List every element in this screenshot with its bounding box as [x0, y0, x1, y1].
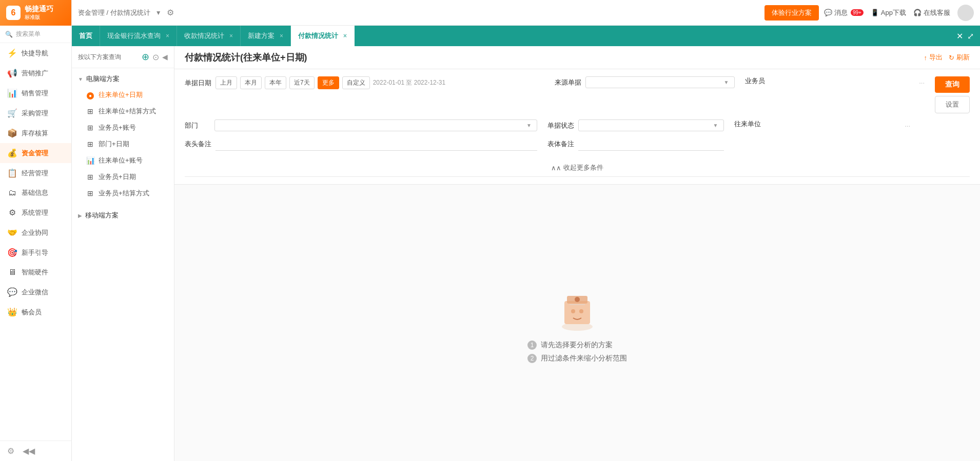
scheme-item-partner-account[interactable]: 📊 往来单位+账号	[72, 152, 174, 169]
close-new-scheme-tab[interactable]: ×	[280, 32, 283, 39]
topbar-settings-icon[interactable]: ⚙	[167, 8, 174, 17]
app-version: 标准版	[25, 14, 53, 21]
sidebar-item-marketing[interactable]: 📢 营销推广	[0, 63, 71, 83]
tabbar-controls: ✕ ⤢	[956, 31, 980, 41]
grid-icon: ⊞	[86, 107, 94, 115]
app-download-label: App下载	[881, 8, 906, 17]
filter-row-2: 部门 ▼ 单据状态 ▼ 往来单位	[185, 119, 970, 131]
collapse-more-button[interactable]: ∧∧ 收起更多条件	[551, 163, 603, 172]
date-btn-more[interactable]: 更多	[318, 76, 339, 89]
tip-text-1: 请先选择要分析的方案	[541, 340, 613, 350]
mobile-scheme-group: ▶ 移动端方案	[72, 205, 174, 226]
settings-footer-icon[interactable]: ⚙	[7, 446, 14, 456]
body-note-filter: 表体备注	[547, 137, 724, 151]
export-button[interactable]: ↑ 导出	[924, 53, 943, 62]
tab-new-scheme[interactable]: 新建方案 ×	[241, 26, 291, 46]
staff-placeholder: ...	[775, 77, 925, 85]
messages-item[interactable]: 💬 消息 99+	[824, 8, 864, 17]
svg-point-4	[571, 309, 575, 313]
close-payment-tab[interactable]: ×	[343, 32, 347, 39]
tab-home[interactable]: 首页	[72, 26, 100, 46]
enterprise-icon: 🤝	[7, 228, 17, 237]
dept-select[interactable]: ▼	[214, 119, 537, 131]
scheme-label: 业务员+账号	[99, 123, 136, 132]
sidebar-item-inventory[interactable]: 📦 库存核算	[0, 123, 71, 143]
scheme-item-partner-date[interactable]: ● 往来单位+日期	[72, 87, 174, 103]
mobile-group-header[interactable]: ▶ 移动端方案	[72, 208, 174, 223]
left-panel-header: 按以下方案查询 ⊕ ⊙ ◀	[72, 46, 174, 68]
empty-state: 1 请先选择要分析的方案 2 用过滤条件来缩小分析范围	[174, 185, 980, 461]
scheme-item-staff-settlement[interactable]: ⊞ 业务员+结算方式	[72, 185, 174, 202]
close-all-tabs-icon[interactable]: ✕	[956, 31, 963, 41]
app-download-item[interactable]: 📱 App下载	[871, 8, 906, 17]
date-label: 单据日期	[185, 78, 211, 88]
trial-button[interactable]: 体验行业方案	[765, 5, 819, 21]
maximize-icon[interactable]: ⤢	[967, 31, 974, 41]
source-doc-label: 来源单据	[555, 78, 581, 87]
right-panel: 付款情况统计(往来单位+日期) ↑ 导出 ↻ 刷新 单	[174, 46, 980, 461]
sidebar-item-system[interactable]: ⚙ 系统管理	[0, 203, 71, 223]
sidebar-item-guide[interactable]: 🎯 新手引导	[0, 243, 71, 263]
sidebar-item-vip[interactable]: 👑 畅会员	[0, 302, 71, 322]
date-btn-custom[interactable]: 自定义	[342, 76, 370, 89]
sidebar-item-weixin[interactable]: 💬 企业微信	[0, 282, 71, 302]
search-icon: 🔍	[5, 31, 13, 38]
staff-filter: 业务员 ...	[745, 76, 925, 86]
sidebar-item-finance[interactable]: 💰 资金管理	[0, 143, 71, 163]
tab-collection-stats[interactable]: 收款情况统计 ×	[177, 26, 241, 46]
scheme-item-dept-date[interactable]: ⊞ 部门+日期	[72, 136, 174, 152]
query-button[interactable]: 查询	[935, 76, 970, 93]
scheme-item-partner-settlement[interactable]: ⊞ 往来单位+结算方式	[72, 103, 174, 119]
sidebar-item-hardware[interactable]: 🖥 智能硬件	[0, 263, 71, 282]
scheme-label: 业务员+结算方式	[99, 189, 149, 198]
operation-icon: 📋	[7, 168, 17, 178]
bar-icon: 📊	[86, 156, 94, 165]
sidebar-item-base-info[interactable]: 🗂 基础信息	[0, 183, 71, 203]
scheme-settings-icon[interactable]: ⊙	[152, 52, 159, 62]
finance-icon: 💰	[7, 148, 17, 158]
sidebar-item-label: 企业协同	[22, 228, 48, 237]
header-note-input[interactable]	[215, 137, 537, 151]
settings-button[interactable]: 设置	[935, 96, 970, 113]
date-btn-last-month[interactable]: 上月	[215, 76, 237, 89]
desktop-group-header[interactable]: ▼ 电脑端方案	[72, 71, 174, 87]
date-btn-last-7[interactable]: 近7天	[289, 76, 315, 89]
doc-status-select[interactable]: ▼	[578, 119, 724, 131]
body-note-input[interactable]	[578, 137, 724, 151]
close-cash-flow-tab[interactable]: ×	[166, 32, 169, 39]
sidebar-item-purchase[interactable]: 🛒 采购管理	[0, 103, 71, 123]
source-doc-select[interactable]: ▼	[585, 76, 735, 88]
guide-icon: 🎯	[7, 248, 17, 257]
sidebar-item-sales[interactable]: 📊 销售管理	[0, 83, 71, 103]
tip-num-1: 1	[527, 340, 537, 350]
sidebar-item-enterprise[interactable]: 🤝 企业协同	[0, 223, 71, 243]
user-avatar[interactable]	[957, 5, 974, 21]
vip-icon: 👑	[7, 307, 17, 317]
tab-payment-stats[interactable]: 付款情况统计 ×	[291, 26, 355, 46]
sidebar-item-operation[interactable]: 📋 经营管理	[0, 163, 71, 183]
tab-cash-flow[interactable]: 现金银行流水查询 ×	[100, 26, 177, 46]
scheme-item-staff-date[interactable]: ⊞ 业务员+日期	[72, 169, 174, 185]
date-btn-this-month[interactable]: 本月	[240, 76, 262, 89]
partner-label: 往来单位	[734, 119, 761, 129]
refresh-button[interactable]: ↻ 刷新	[949, 53, 970, 62]
close-collection-tab[interactable]: ×	[229, 32, 233, 39]
scheme-item-staff-account[interactable]: ⊞ 业务员+账号	[72, 119, 174, 136]
tab-cash-flow-label: 现金银行流水查询	[107, 31, 161, 41]
sidebar-item-label: 企业微信	[22, 288, 48, 297]
svg-point-3	[575, 297, 580, 302]
tabbar: 首页 现金银行流水查询 × 收款情况统计 × 新建方案 × 付款情况统计 × ✕…	[72, 26, 980, 46]
sales-icon: 📊	[7, 88, 17, 98]
date-btn-this-year[interactable]: 本年	[265, 76, 286, 89]
search-menu-item[interactable]: 🔍 搜索菜单	[0, 26, 71, 43]
collapse-sidebar-icon[interactable]: ◀◀	[23, 446, 35, 456]
add-scheme-button[interactable]: ⊕	[142, 51, 149, 63]
collapse-up-icon: ∧∧	[551, 164, 561, 172]
date-filter-item: 单据日期 上月 本月 本年 近7天 更多 自定义 2022-01-01 至 20…	[185, 76, 544, 89]
base-info-icon: 🗂	[7, 188, 17, 197]
mobile-group-arrow: ▶	[78, 213, 82, 218]
online-service-item[interactable]: 🎧 在线客服	[913, 8, 950, 17]
collapse-panel-icon[interactable]: ◀	[162, 53, 168, 61]
body-note-label: 表体备注	[547, 139, 574, 149]
sidebar-item-quick-nav[interactable]: ⚡ 快捷导航	[0, 43, 71, 63]
